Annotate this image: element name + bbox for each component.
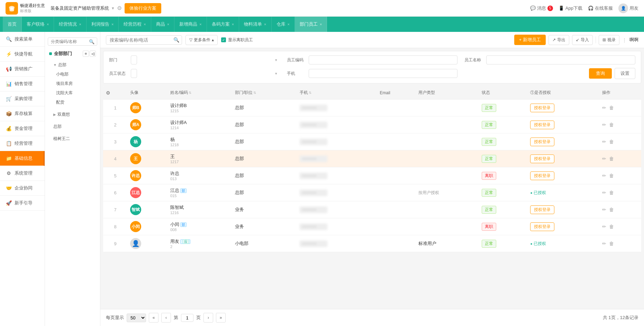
settings-icon[interactable]: ⚙	[117, 5, 122, 11]
dept-expand-btn[interactable]: ◁	[90, 51, 96, 57]
auth-login-button[interactable]: 授权登录	[530, 205, 554, 214]
query-button[interactable]: 查询	[589, 68, 612, 79]
dept-node-zhishu[interactable]: 植树王二	[48, 134, 100, 143]
more-filter-button[interactable]: ▽ 更多条件 ▴	[185, 35, 218, 45]
close-icon[interactable]: ×	[47, 22, 49, 26]
show-resigned-toggle[interactable]: ✓ 显示离职员工	[221, 37, 253, 43]
export-button[interactable]: ↗ 导出	[548, 35, 569, 45]
page-size-select[interactable]: 50 100 200	[127, 314, 146, 322]
nav-tab-process[interactable]: 经营历程 ×	[119, 17, 151, 32]
add-employee-button[interactable]: + 新增员工	[514, 35, 546, 45]
delete-icon[interactable]: 🗑	[609, 224, 614, 229]
delete-icon[interactable]: 🗑	[609, 156, 614, 161]
edit-icon[interactable]: ✏	[602, 224, 606, 229]
nav-tab-department[interactable]: 部门员工 ×	[295, 17, 327, 32]
nav-tab-barcode[interactable]: 条码方案 ×	[207, 17, 239, 32]
edit-icon[interactable]: ✏	[602, 156, 606, 161]
close-icon[interactable]: ×	[144, 22, 146, 26]
edit-icon[interactable]: ✏	[602, 173, 606, 178]
search-input[interactable]	[106, 35, 182, 45]
row-auth[interactable]: 授权登录	[527, 116, 599, 133]
last-page-button[interactable]: »	[216, 313, 226, 323]
sidebar-item-marketing[interactable]: 📢 营销推广	[0, 62, 45, 77]
sidebar-item-sales[interactable]: 📊 销售管理	[0, 77, 45, 91]
message-button[interactable]: 💬 消息 5	[530, 5, 553, 11]
edit-icon[interactable]: ✏	[602, 105, 606, 111]
close-icon[interactable]: ×	[232, 22, 234, 26]
th-settings[interactable]: ⚙	[103, 86, 127, 99]
edit-icon[interactable]: ✏	[602, 139, 606, 144]
edit-icon[interactable]: ✏	[602, 241, 606, 246]
dept-collapse-btn[interactable]	[83, 51, 89, 57]
edit-icon[interactable]: ✏	[602, 190, 606, 195]
row-auth[interactable]: 授权登录	[527, 150, 599, 167]
close-icon[interactable]: ×	[199, 22, 201, 26]
first-page-button[interactable]: «	[149, 313, 158, 323]
nav-tab-bom[interactable]: 物料清单 ×	[239, 17, 271, 32]
nav-tab-goods[interactable]: 商品 ×	[151, 17, 174, 32]
user-avatar-button[interactable]: 👤 用友	[618, 3, 638, 13]
th-dept-position[interactable]: 部门/职位	[232, 86, 297, 99]
delete-icon[interactable]: 🗑	[609, 139, 614, 144]
sidebar-item-search[interactable]: 🔍 搜索菜单	[0, 32, 45, 47]
row-auth[interactable]: 授权登录	[527, 99, 599, 116]
sidebar-item-collab[interactable]: 🤝 企业协同	[0, 181, 45, 196]
nav-tab-home[interactable]: 首页	[3, 17, 22, 32]
close-icon[interactable]: ×	[320, 22, 322, 26]
dept-node-shuanglu[interactable]: ▶双鹿想	[48, 110, 100, 119]
page-input[interactable]	[181, 314, 193, 322]
delete-icon[interactable]: 🗑	[609, 173, 614, 178]
status-select[interactable]	[131, 69, 137, 78]
row-auth[interactable]: 授权登录	[527, 218, 599, 235]
dept-node-xiangmu[interactable]: 项目库房	[51, 79, 100, 88]
set-button[interactable]: 设置	[615, 68, 635, 79]
sidebar-item-guide[interactable]: 🚀 新手引导	[0, 196, 45, 211]
row-auth[interactable]: 授权登录	[527, 133, 599, 150]
try-industry-button[interactable]: 体验行业方案	[125, 3, 161, 14]
th-name-code[interactable]: 姓名/编码	[167, 86, 232, 99]
sidebar-item-purchase[interactable]: 🛒 采购管理	[0, 91, 45, 106]
dept-node-zongbu[interactable]: ▼总部	[48, 60, 100, 70]
nav-arrow-icon[interactable]: ▾	[112, 6, 114, 11]
edit-icon[interactable]: ✏	[602, 207, 606, 212]
sidebar-item-nav[interactable]: ⚡ 快捷导航	[0, 47, 45, 62]
toolbar-more-icon[interactable]: ⋮	[622, 37, 627, 43]
delete-icon[interactable]: 🗑	[609, 241, 614, 246]
auth-login-button[interactable]: 授权登录	[530, 155, 554, 163]
auth-login-button[interactable]: 授权登录	[530, 171, 554, 180]
auth-login-button[interactable]: 授权登录	[530, 104, 554, 112]
edit-icon[interactable]: ✏	[602, 122, 606, 127]
emp-name-input[interactable]	[486, 55, 635, 64]
row-auth[interactable]: 授权登录	[527, 167, 599, 184]
nav-tab-operation[interactable]: 经营情况 ×	[54, 17, 86, 32]
nav-tab-warehouse[interactable]: 仓库 ×	[272, 17, 295, 32]
close-icon[interactable]: ×	[288, 22, 290, 26]
resigned-checkbox[interactable]: ✓	[221, 37, 226, 42]
dept-node-zongbu2[interactable]: 总部	[48, 122, 100, 131]
online-support-button[interactable]: 🎧 在线客服	[588, 5, 613, 11]
prev-page-button[interactable]: ‹	[161, 313, 171, 323]
next-page-button[interactable]: ›	[203, 313, 213, 323]
nav-tab-profit[interactable]: 利润报告 ×	[87, 17, 119, 32]
auth-login-button[interactable]: 授权登录	[530, 121, 554, 129]
dept-node-xiaodianbu[interactable]: 小电部	[51, 70, 100, 79]
sidebar-item-system[interactable]: ⚙ 系统管理	[0, 166, 45, 181]
dept-node-shenyang[interactable]: 沈阳大库	[51, 88, 100, 98]
delete-icon[interactable]: 🗑	[609, 190, 614, 195]
view-button[interactable]: ⊞ 视录	[599, 35, 619, 45]
close-icon[interactable]: ×	[111, 22, 114, 26]
sidebar-item-inventory[interactable]: 📦 库存核算	[0, 106, 45, 121]
dept-select[interactable]	[131, 55, 137, 64]
sidebar-item-operation[interactable]: 📋 经营管理	[0, 136, 45, 151]
emp-code-input[interactable]	[309, 55, 458, 64]
app-download-button[interactable]: 📱 App下载	[559, 5, 582, 11]
close-icon[interactable]: ×	[79, 22, 81, 26]
auth-login-button[interactable]: 授权登录	[530, 222, 554, 231]
auth-login-button[interactable]: 授权登录	[530, 138, 554, 146]
delete-icon[interactable]: 🗑	[609, 122, 614, 127]
delete-icon[interactable]: 🗑	[609, 105, 614, 111]
phone-input[interactable]	[309, 69, 458, 78]
close-icon[interactable]: ×	[264, 22, 266, 26]
import-button[interactable]: ↙ 导入	[572, 35, 593, 45]
sidebar-item-basic-info[interactable]: 📁 基础信息	[0, 151, 45, 166]
